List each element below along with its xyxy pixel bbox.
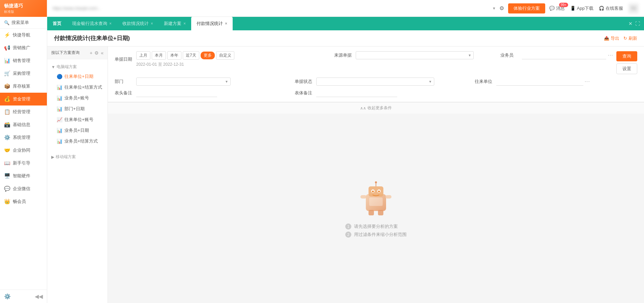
tab-home[interactable]: 首页 — [47, 17, 67, 30]
wechat-icon: 💬 — [4, 186, 10, 192]
app-download-btn[interactable]: 📱 App下载 — [570, 5, 593, 11]
desktop-section-title[interactable]: ▼ 电脑端方案 — [47, 62, 108, 71]
sidebar-footer: ⚙️ ◀◀ — [0, 290, 47, 303]
date-btn-this-month[interactable]: 本月 — [152, 51, 166, 60]
scheme-item-staff-settlement[interactable]: 📊 业务员+结算方式 — [47, 136, 108, 147]
body-note-input[interactable] — [316, 89, 397, 97]
tab-new-scheme-close[interactable]: × — [183, 21, 186, 26]
refresh-btn[interactable]: ↻ 刷新 — [623, 35, 637, 41]
sidebar-item-inventory[interactable]: 📦 库存核算 — [0, 80, 47, 93]
tab-expand-icon[interactable]: ⛶ — [635, 21, 640, 26]
user-avatar[interactable]: Rit — [628, 3, 639, 13]
scheme-item-label: 业务员+账号 — [64, 95, 89, 101]
message-icon: 💬 — [549, 6, 555, 11]
sidebar-item-label: 新手引导 — [13, 160, 30, 166]
sidebar-item-label: 系统管理 — [13, 134, 30, 141]
tab-cash-flow-close[interactable]: × — [109, 21, 112, 26]
sidebar-search[interactable]: 🔍 搜索菜单 — [0, 17, 47, 29]
dept-select[interactable]: ▾ — [136, 78, 231, 86]
settings-filter-btn[interactable]: 设置 — [616, 63, 637, 74]
sidebar-item-hardware[interactable]: 🖥️ 智能硬件 — [0, 170, 47, 182]
staff-input[interactable] — [522, 51, 606, 59]
date-btn-custom[interactable]: 自定义 — [216, 51, 234, 60]
export-label: 导出 — [611, 35, 619, 41]
sidebar-item-finance[interactable]: 💰 资金管理 — [0, 93, 47, 105]
date-label: 单据日期 — [115, 56, 134, 62]
header-note-input[interactable] — [136, 89, 217, 97]
address-bar: https://www.chanjet.com/... — [53, 6, 489, 11]
logo-sub: 标准版 — [4, 9, 23, 14]
export-btn[interactable]: 📤 导出 — [604, 35, 619, 41]
date-btn-last-month[interactable]: 上月 — [136, 51, 150, 60]
user-name: Rit — [631, 6, 636, 11]
tab-payment-stats-close[interactable]: × — [225, 21, 227, 26]
tab-payment-stats[interactable]: 付款情况统计 × — [191, 17, 233, 30]
settings-icon[interactable]: ⚙ — [499, 5, 504, 11]
partner-input[interactable] — [496, 78, 583, 86]
search-icon: 🔍 — [4, 20, 9, 25]
scheme-settings-btn[interactable]: ⚙ — [94, 50, 99, 56]
sidebar-item-basics[interactable]: 🗃️ 基础信息 — [0, 118, 47, 131]
partner-label: 往来单位 — [475, 79, 494, 85]
date-btn-this-year[interactable]: 本年 — [167, 51, 181, 60]
sidebar-item-quick-nav[interactable]: ⚡ 快捷导航 — [0, 29, 47, 41]
scheme-item-dept-date[interactable]: 📊 部门+日期 — [47, 103, 108, 114]
source-label: 来源单据 — [334, 52, 353, 58]
sales-icon: 📊 — [4, 58, 10, 64]
scheme-item-partner-date[interactable]: 🔵 往来单位+日期 — [47, 71, 108, 82]
header-note-item: 表头备注 — [115, 89, 288, 97]
empty-illustration — [356, 179, 396, 219]
tab-cash-flow[interactable]: 现金银行流水查询 × — [67, 17, 117, 30]
marketing-icon: 📢 — [4, 45, 10, 51]
sidebar-item-guide[interactable]: 📖 新手引导 — [0, 157, 47, 170]
mobile-section-title[interactable]: ▶ 移动端方案 — [47, 152, 108, 161]
footer-collapse-icon[interactable]: ◀◀ — [35, 293, 43, 300]
dept-label: 部门 — [115, 79, 134, 85]
industry-btn[interactable]: 体验行业方案 — [508, 3, 545, 13]
sidebar-item-sales[interactable]: 📊 销售管理 — [0, 54, 47, 67]
sidebar-item-wechat[interactable]: 💬 企业微信 — [0, 182, 47, 195]
sidebar-item-label: 库存核算 — [13, 83, 30, 89]
operations-icon: 📋 — [4, 109, 10, 115]
scheme-item-partner-settlement[interactable]: 📊 往来单位+结算方式 — [47, 82, 108, 93]
sidebar-item-enterprise[interactable]: 🤝 企业协同 — [0, 144, 47, 157]
sidebar-item-marketing[interactable]: 📢 营销推广 — [0, 41, 47, 54]
chevron-down-icon[interactable]: ▾ — [493, 6, 495, 11]
date-btn-7days[interactable]: 近7天 — [183, 51, 199, 60]
add-scheme-btn[interactable]: + — [90, 50, 92, 56]
source-select[interactable]: ▾ — [356, 51, 474, 59]
top-header-right: 💬 消息 99+ 📱 App下载 🎧 在线客服 Rit — [549, 3, 639, 13]
tab-cash-flow-label: 现金银行流水查询 — [72, 21, 107, 27]
search-label: 搜索菜单 — [11, 20, 29, 26]
notifications-btn[interactable]: 💬 消息 99+ — [549, 5, 565, 11]
scheme-item-label: 业务员+日期 — [64, 127, 89, 133]
scheme-item-staff-date[interactable]: 📊 业务员+日期 — [47, 125, 108, 136]
source-filter-item: 来源单据 ▾ — [334, 51, 494, 59]
scheme-item-staff-account[interactable]: 📊 业务员+账号 — [47, 93, 108, 103]
panel-collapse-btn[interactable]: « — [101, 50, 104, 56]
footer-settings-icon[interactable]: ⚙️ — [4, 293, 11, 300]
query-btn[interactable]: 查询 — [616, 51, 637, 61]
sidebar-item-system[interactable]: ⚙️ 系统管理 — [0, 131, 47, 144]
tab-new-scheme[interactable]: 新建方案 × — [158, 17, 191, 30]
tab-receipt-stats[interactable]: 收款情况统计 × — [117, 17, 158, 30]
staff-dots-btn[interactable]: ··· — [608, 52, 613, 58]
sidebar-item-operations[interactable]: 📋 经营管理 — [0, 105, 47, 118]
scheme-icon: 📈 — [57, 117, 62, 122]
date-buttons: 上月 本月 本年 近7天 更多 自定义 — [136, 51, 234, 60]
partner-dots-btn[interactable]: ··· — [585, 79, 590, 85]
sidebar-item-label: 畅会员 — [13, 199, 26, 205]
system-icon: ⚙️ — [4, 134, 10, 141]
svg-point-7 — [375, 181, 377, 183]
collapse-bar[interactable]: ∧∧ 收起更多条件 — [108, 102, 644, 114]
tab-close-all-icon[interactable]: ✕ — [628, 21, 633, 26]
content-body: 按以下方案查询 + ⚙ « ▼ 电脑端方案 🔵 往来单位+日期 — [47, 47, 644, 303]
tab-receipt-stats-close[interactable]: × — [151, 21, 153, 26]
sidebar-item-purchase[interactable]: 🛒 采购管理 — [0, 67, 47, 80]
online-service-btn[interactable]: 🎧 在线客服 — [599, 5, 623, 11]
date-btn-more[interactable]: 更多 — [201, 52, 215, 59]
scheme-item-partner-account[interactable]: 📈 往来单位+账号 — [47, 114, 108, 125]
sidebar-item-member[interactable]: 👑 畅会员 — [0, 195, 47, 208]
status-select[interactable]: ▾ — [316, 78, 434, 86]
refresh-icon: ↻ — [623, 36, 627, 41]
